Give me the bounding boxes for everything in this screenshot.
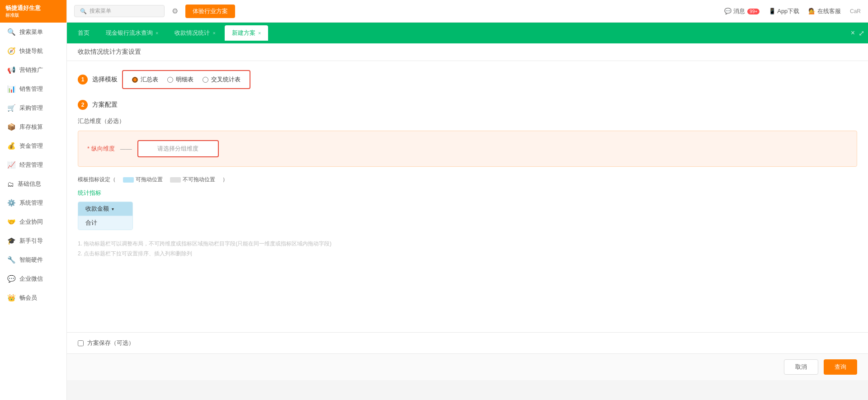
sidebar: 畅捷通好生意 标准版 🔍 搜索菜单 🧭 快捷导航 📢 营销推广 📊 销售管理 🛒… (0, 0, 67, 400)
sidebar-logo-text: 畅捷通好生意 (5, 4, 41, 12)
sidebar-item-label: 采购管理 (19, 104, 43, 112)
dimension-title: 汇总维度（必选） (78, 117, 857, 125)
chevron-down-icon: ▾ (112, 207, 114, 212)
dimension-label: * 纵向维度 (87, 145, 115, 153)
message-badge: 99+ (747, 9, 760, 14)
cancel-button[interactable]: 取消 (784, 359, 818, 375)
enterprise-icon: 🤝 (7, 218, 16, 226)
radio-huizong-input[interactable] (132, 77, 138, 83)
tab-home[interactable]: 首页 (71, 25, 97, 41)
expand-window-button[interactable]: ⤢ (859, 29, 864, 38)
sidebar-item-nav[interactable]: 🧭 快捷导航 (0, 42, 66, 61)
radio-huizong[interactable]: 汇总表 (132, 75, 158, 84)
marketing-icon: 📢 (7, 66, 16, 74)
settings-button[interactable]: ⚙ (172, 7, 178, 15)
indicator-col-amount: 收款金额 ▾ 合计 (78, 202, 132, 230)
indicator-grid: 收款金额 ▾ 合计 (78, 202, 133, 230)
operations-icon: 📈 (7, 161, 16, 169)
step1-title: 选择模板 (92, 75, 118, 84)
topbar: 🔍 搜索菜单 ⚙ 体验行业方案 💬 消息 99+ 📱 App下载 💁 在线客服 … (67, 0, 868, 23)
member-icon: 👑 (7, 294, 16, 302)
sidebar-item-label: 资金管理 (19, 142, 43, 150)
sidebar-item-hardware[interactable]: 🔧 智能硬件 (0, 250, 66, 269)
sidebar-item-finance[interactable]: 💰 资金管理 (0, 136, 66, 155)
save-label[interactable]: 方案保存（可选） (87, 339, 134, 347)
search-icon: 🔍 (7, 28, 16, 36)
sidebar-item-label: 智能硬件 (19, 256, 43, 264)
industry-solution-button[interactable]: 体验行业方案 (185, 5, 235, 18)
sales-icon: 📊 (7, 85, 16, 93)
dimension-select-box[interactable]: 请选择分组维度 (137, 140, 219, 157)
query-button[interactable]: 查询 (824, 359, 857, 375)
close-window-button[interactable]: × (851, 29, 855, 38)
sidebar-item-marketing[interactable]: 📢 营销推广 (0, 61, 66, 80)
sidebar-item-guide[interactable]: 🎓 新手引导 (0, 231, 66, 250)
sidebar-item-label: 营销推广 (19, 66, 43, 74)
tab-bar: 首页 现金银行流水查询 × 收款情况统计 × 新建方案 × × ⤢ (67, 23, 868, 43)
legend-no-drag-color (170, 177, 181, 183)
indicator-col-amount-label: 收款金额 (85, 205, 109, 213)
sidebar-item-purchase[interactable]: 🛒 采购管理 (0, 99, 66, 118)
content-area: 收款情况统计方案设置 1 选择模板 汇总表 (67, 43, 868, 400)
radio-jiaocha[interactable]: 交叉统计表 (203, 75, 241, 84)
indicator-col-amount-body: 合计 (78, 216, 132, 230)
sidebar-item-label: 企业协同 (19, 218, 43, 226)
sidebar-edition: 标准版 (5, 12, 41, 19)
sidebar-item-member[interactable]: 👑 畅会员 (0, 288, 66, 307)
sidebar-item-label: 基础信息 (18, 180, 41, 188)
legend-drag-label: 可拖动位置 (136, 176, 163, 184)
tab-cashflow[interactable]: 现金银行流水查询 × (99, 25, 165, 41)
close-cashflow-tab[interactable]: × (156, 30, 158, 36)
download-button[interactable]: 📱 App下载 (769, 7, 799, 15)
legend-no-drag-label: 不可拖动位置 (183, 176, 215, 184)
tabs-actions: × ⤢ (851, 29, 864, 38)
sidebar-item-label: 新手引导 (19, 237, 43, 245)
sidebar-item-sales[interactable]: 📊 销售管理 (0, 80, 66, 99)
sidebar-item-inventory[interactable]: 📦 库存核算 (0, 118, 66, 136)
sidebar-item-system[interactable]: ⚙️ 系统管理 (0, 193, 66, 212)
sidebar-item-label: 畅会员 (19, 294, 37, 302)
sidebar-item-label: 库存核算 (19, 123, 43, 131)
footer: 取消 查询 (67, 353, 868, 380)
purchase-icon: 🛒 (7, 104, 16, 112)
radio-mingxi-input[interactable] (167, 77, 173, 83)
close-receipt-stats-tab[interactable]: × (212, 30, 215, 36)
step1-section: 1 选择模板 汇总表 明细表 (78, 70, 857, 89)
service-button[interactable]: 💁 在线客服 (808, 7, 841, 15)
sidebar-item-wechat[interactable]: 💬 企业微信 (0, 269, 66, 288)
step1-header: 1 选择模板 汇总表 明细表 (78, 70, 857, 89)
tip-2: 2. 点击标题栏下拉可设置排序、插入列和删除列 (78, 249, 857, 259)
sidebar-item-basic-info[interactable]: 🗂 基础信息 (0, 174, 66, 193)
guide-icon: 🎓 (7, 237, 16, 245)
sidebar-item-operations[interactable]: 📈 经营管理 (0, 155, 66, 174)
message-button[interactable]: 💬 消息 99+ (724, 7, 760, 15)
legend-drag-item: 可拖动位置 (123, 176, 163, 184)
step2-title: 方案配置 (92, 101, 118, 109)
sidebar-item-enterprise[interactable]: 🤝 企业协同 (0, 212, 66, 231)
indicator-setting-close: ） (222, 176, 228, 184)
finance-icon: 💰 (7, 142, 16, 150)
dimension-row: * 纵向维度 —— 请选择分组维度 (87, 140, 848, 157)
indicator-col-amount-header[interactable]: 收款金额 ▾ (78, 202, 132, 216)
search-placeholder: 搜索菜单 (90, 7, 111, 15)
wechat-icon: 💬 (7, 275, 16, 283)
save-checkbox[interactable] (78, 340, 84, 346)
main-area: 🔍 搜索菜单 ⚙ 体验行业方案 💬 消息 99+ 📱 App下载 💁 在线客服 … (67, 0, 868, 400)
legend-drag-color (123, 177, 134, 183)
search-bar[interactable]: 🔍 搜索菜单 (74, 5, 165, 17)
sidebar-item-label: 销售管理 (19, 85, 43, 93)
step2-header: 2 方案配置 (78, 100, 857, 110)
close-new-scheme-tab[interactable]: × (258, 30, 261, 36)
radio-jiaocha-input[interactable] (203, 77, 208, 83)
inventory-icon: 📦 (7, 123, 16, 131)
radio-mingxi[interactable]: 明细表 (167, 75, 193, 84)
search-icon: 🔍 (80, 8, 87, 14)
sidebar-item-search[interactable]: 🔍 搜索菜单 (0, 23, 66, 42)
tab-new-scheme[interactable]: 新建方案 × (225, 25, 268, 41)
sidebar-item-label: 快捷导航 (19, 47, 43, 55)
tab-cashflow-label: 现金银行流水查询 (106, 29, 153, 37)
tab-receipt-stats[interactable]: 收款情况统计 × (167, 25, 222, 41)
page-title: 收款情况统计方案设置 (78, 48, 141, 55)
user-name: CaR (850, 8, 861, 14)
form-area: 1 选择模板 汇总表 明细表 (67, 61, 868, 332)
